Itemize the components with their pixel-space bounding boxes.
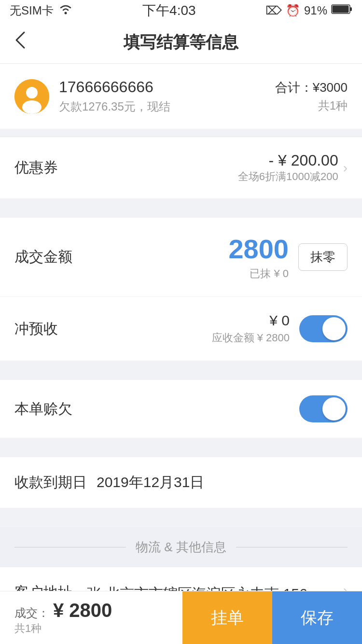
due-date-value: 2019年12月31日 (97, 473, 204, 492)
status-bar: 无SIM卡 下午4:03 ⌦ ⏰ 91% (0, 0, 362, 21)
debt-label: 本单赊欠 (14, 399, 72, 419)
svg-point-0 (64, 12, 67, 14)
status-bar-left: 无SIM卡 (10, 3, 73, 18)
separator-1 (0, 208, 362, 218)
bottom-summary-row: 成交： ¥ 2800 (14, 600, 168, 621)
bottom-summary-amount: ¥ 2800 (53, 600, 112, 621)
prepay-value: ¥ 0 应收金额 ¥ 2800 (212, 312, 348, 345)
debt-value (299, 395, 348, 422)
user-card-left: 17666666666 欠款1276.35元，现结 (14, 78, 170, 114)
status-bar-right: ⌦ ⏰ 91% (265, 4, 352, 17)
sim-status: 无SIM卡 (10, 3, 54, 18)
content: 17666666666 欠款1276.35元，现结 合计：¥3000 共1种 优… (0, 64, 362, 644)
hang-button[interactable]: 挂单 (182, 591, 272, 644)
svg-rect-3 (333, 6, 349, 13)
user-card: 17666666666 欠款1276.35元，现结 合计：¥3000 共1种 (0, 64, 362, 129)
battery-percent: 91% (304, 4, 327, 17)
user-phone: 17666666666 (59, 78, 170, 96)
amount-block: 2800 已抹 ¥ 0 (228, 233, 289, 281)
user-card-right: 合计：¥3000 共1种 (275, 79, 348, 113)
due-date-label: 收款到期日 (14, 473, 87, 492)
location-icon: ⌦ (265, 4, 282, 17)
separator-2 (0, 370, 362, 380)
prepay-row: 冲预收 ¥ 0 应收金额 ¥ 2800 (0, 297, 362, 361)
nav-bar: 填写结算等信息 (0, 21, 362, 64)
debt-toggle[interactable] (299, 395, 348, 422)
debt-section: 本单赊欠 (0, 380, 362, 438)
save-button[interactable]: 保存 (272, 591, 362, 644)
bottom-summary: 成交： ¥ 2800 共1种 (0, 600, 182, 636)
coupon-amount: - ¥ 200.00 (238, 152, 338, 169)
header-line-right (236, 547, 348, 547)
battery-icon (331, 4, 352, 17)
status-bar-time: 下午4:03 (142, 1, 196, 20)
logistics-header-text: 物流 & 其他信息 (136, 539, 226, 556)
round-zero-button[interactable]: 抹零 (298, 243, 348, 271)
deal-amount-row: 成交金额 2800 已抹 ¥ 0 抹零 (0, 218, 362, 297)
deal-amount-number: 2800 (228, 233, 289, 265)
bottom-summary-count: 共1种 (14, 621, 168, 636)
svg-point-5 (26, 87, 38, 98)
deal-amount-value: 2800 已抹 ¥ 0 抹零 (228, 233, 348, 281)
alarm-icon: ⏰ (286, 4, 300, 17)
deal-amount-label: 成交金额 (14, 247, 72, 267)
svg-rect-2 (350, 7, 352, 11)
header-line-left (14, 547, 126, 547)
svg-point-6 (22, 100, 42, 114)
logistics-header: 物流 & 其他信息 (0, 527, 362, 567)
user-info: 17666666666 欠款1276.35元，现结 (59, 78, 170, 114)
back-button[interactable] (14, 30, 26, 54)
coupon-right: - ¥ 200.00 全场6折满1000减200 › (238, 152, 348, 184)
deal-amount-section: 成交金额 2800 已抹 ¥ 0 抹零 冲预收 ¥ 0 应收金额 ¥ 2800 (0, 218, 362, 361)
prepay-toggle[interactable] (299, 315, 348, 342)
chevron-right-icon: › (343, 160, 348, 176)
debt-row: 本单赊欠 (0, 380, 362, 438)
bottom-bar: 成交： ¥ 2800 共1种 挂单 保存 (0, 591, 362, 644)
separator-4 (0, 518, 362, 527)
prepay-sub: 应收金额 ¥ 2800 (212, 331, 290, 345)
total-count: 共1种 (275, 98, 348, 113)
wifi-icon (58, 4, 73, 17)
deal-amount-sub: 已抹 ¥ 0 (228, 266, 289, 281)
prepay-label: 冲预收 (14, 319, 58, 339)
coupon-desc: 全场6折满1000减200 (238, 169, 338, 184)
avatar (14, 79, 49, 114)
coupon-value-block: - ¥ 200.00 全场6折满1000减200 (238, 152, 338, 184)
prepay-amount-block: ¥ 0 应收金额 ¥ 2800 (212, 312, 290, 345)
user-subtext: 欠款1276.35元，现结 (59, 99, 170, 114)
prepay-amount: ¥ 0 (212, 312, 290, 329)
page-title: 填写结算等信息 (124, 31, 238, 54)
due-date-row: 收款到期日 2019年12月31日 (0, 457, 362, 508)
separator-3 (0, 448, 362, 457)
coupon-label: 优惠券 (14, 158, 58, 178)
coupon-row[interactable]: 优惠券 - ¥ 200.00 全场6折满1000减200 › (0, 137, 362, 198)
total-label: 合计：¥3000 (275, 79, 348, 96)
bottom-summary-label: 成交： (14, 605, 49, 621)
